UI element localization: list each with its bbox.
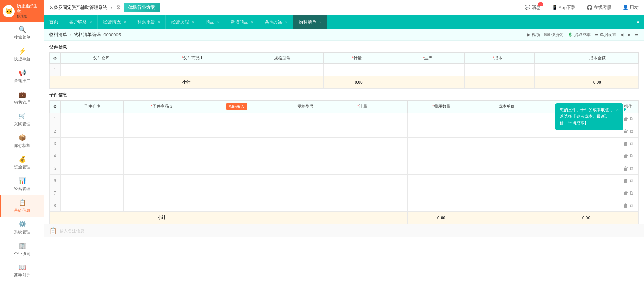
close-icon[interactable]: ×	[192, 20, 194, 24]
tab-bom[interactable]: 物料清单 ×	[293, 15, 327, 29]
copy-icon[interactable]: ⧉	[630, 153, 633, 159]
child-qty-cell[interactable]	[408, 113, 475, 125]
child-cost-price-cell[interactable]	[475, 187, 538, 199]
sidebar-item-finance[interactable]: 💰 资金管理	[0, 152, 44, 174]
tab-history[interactable]: 经营历程 ×	[166, 15, 200, 29]
child-unit-cell[interactable]	[337, 162, 391, 175]
child-cost-price-cell[interactable]	[475, 162, 538, 175]
delete-icon[interactable]: 🗑	[623, 141, 628, 147]
close-icon[interactable]: ×	[251, 20, 253, 24]
close-icon[interactable]: ×	[217, 20, 219, 24]
child-spec-cell[interactable]	[274, 125, 337, 138]
close-icon[interactable]: ×	[158, 20, 160, 24]
child-spec-cell[interactable]	[274, 199, 337, 212]
sidebar-item-purchase[interactable]: 🛒 采购管理	[0, 109, 44, 130]
online-service-item[interactable]: 🎧 在线客服	[587, 4, 611, 11]
tooltip-close-btn[interactable]: ×	[616, 107, 619, 114]
child-goods-cell[interactable]	[124, 175, 199, 187]
child-cost-price-cell[interactable]	[475, 125, 538, 138]
scan-btn[interactable]: 扫码录入	[226, 103, 247, 110]
tab-customer[interactable]: 客户联络 ×	[64, 15, 98, 29]
message-item[interactable]: 💬 消息 6	[525, 4, 541, 11]
child-spec-cell[interactable]	[274, 162, 337, 175]
tab-operations[interactable]: 经营情况 ×	[98, 15, 132, 29]
single-settings-btn[interactable]: ☰ 单据设置	[595, 32, 616, 38]
child-qty-cell[interactable]	[408, 138, 475, 150]
copy-icon[interactable]: ⧉	[630, 202, 633, 208]
sidebar-item-marketing[interactable]: 📢 营销推广	[0, 66, 44, 87]
sidebar-item-search[interactable]: 🔍 搜索菜单	[0, 22, 44, 44]
parent-warehouse-cell[interactable]	[61, 64, 143, 76]
child-spec-cell[interactable]	[274, 138, 337, 150]
parent-spec-cell[interactable]	[241, 64, 323, 76]
child-qty-cell[interactable]	[408, 150, 475, 162]
app-download-item[interactable]: 📱 App下载	[552, 4, 575, 11]
child-warehouse-cell[interactable]	[61, 138, 124, 150]
copy-icon[interactable]: ⧉	[630, 116, 633, 122]
delete-icon[interactable]: 🗑	[623, 166, 628, 171]
tab-barcode[interactable]: 条码方案 ×	[259, 15, 293, 29]
child-goods-cell[interactable]	[124, 199, 199, 212]
child-cost-price-cell[interactable]	[475, 138, 538, 150]
parent-produce-cell[interactable]	[394, 64, 465, 76]
tab-home[interactable]: 首页	[44, 15, 64, 29]
tab-profit[interactable]: 利润报告 ×	[132, 15, 166, 29]
user-item[interactable]: 👤 用友	[623, 4, 639, 11]
child-warehouse-cell[interactable]	[61, 175, 124, 187]
breadcrumb-page[interactable]: 物料清单	[49, 32, 67, 38]
child-col-scan[interactable]: 扫码录入	[199, 101, 274, 113]
copy-icon[interactable]: ⧉	[630, 128, 633, 134]
child-unit-cell[interactable]	[337, 138, 391, 150]
child-unit-cell[interactable]	[337, 175, 391, 187]
sidebar-item-enterprise[interactable]: 🏢 企业协同	[0, 238, 44, 260]
parent-cost-cell[interactable]	[464, 64, 535, 76]
child-unit-cell[interactable]	[337, 113, 391, 125]
breadcrumb-sub-page[interactable]: 物料清单编码	[74, 32, 101, 38]
tab-add-goods[interactable]: 新增商品 ×	[225, 15, 259, 29]
sidebar-item-basicinfo[interactable]: 📋 基础信息	[0, 195, 44, 217]
sidebar-item-operations[interactable]: 📊 经营管理	[0, 174, 44, 195]
child-goods-cell[interactable]	[124, 150, 199, 162]
child-col-settings[interactable]: ⚙	[50, 101, 61, 113]
child-qty-cell[interactable]	[408, 187, 475, 199]
shortcut-btn[interactable]: ⌨ 快捷键	[544, 32, 564, 38]
child-goods-cell[interactable]	[124, 113, 199, 125]
child-cost-price-cell[interactable]	[475, 150, 538, 162]
close-icon[interactable]: ×	[319, 20, 321, 24]
child-warehouse-cell[interactable]	[61, 162, 124, 175]
parent-unit-cell[interactable]	[323, 64, 394, 76]
child-goods-cell[interactable]	[124, 138, 199, 150]
tab-goods[interactable]: 商品 ×	[200, 15, 225, 29]
close-icon[interactable]: ×	[90, 20, 92, 24]
sidebar-item-quicknav[interactable]: ⚡ 快捷导航	[0, 44, 44, 66]
child-goods-cell[interactable]	[124, 162, 199, 175]
child-warehouse-cell[interactable]	[61, 125, 124, 138]
delete-icon[interactable]: 🗑	[623, 116, 628, 122]
grid-view-btn[interactable]: ☰	[635, 32, 639, 37]
extract-cost-btn[interactable]: 💲 提取成本	[568, 32, 591, 38]
delete-icon[interactable]: 🗑	[623, 153, 628, 159]
prev-btn[interactable]: ◀	[620, 32, 623, 37]
parent-col-settings[interactable]: ⚙	[50, 53, 61, 64]
child-spec-cell[interactable]	[274, 113, 337, 125]
child-spec-cell[interactable]	[274, 150, 337, 162]
copy-icon[interactable]: ⧉	[630, 190, 633, 196]
child-qty-cell[interactable]	[408, 162, 475, 175]
close-all-icon[interactable]: ✕	[632, 20, 644, 25]
child-unit-cell[interactable]	[337, 125, 391, 138]
trial-button[interactable]: 体验行业方案	[124, 3, 160, 12]
next-btn[interactable]: ▶	[628, 32, 631, 37]
child-warehouse-cell[interactable]	[61, 150, 124, 162]
delete-icon[interactable]: 🗑	[623, 190, 628, 196]
child-qty-cell[interactable]	[408, 199, 475, 212]
child-unit-cell[interactable]	[337, 150, 391, 162]
copy-icon[interactable]: ⧉	[630, 178, 633, 184]
sidebar-item-system[interactable]: ⚙️ 系统管理	[0, 217, 44, 238]
child-warehouse-cell[interactable]	[61, 113, 124, 125]
system-dropdown-icon[interactable]: ▼	[110, 5, 113, 9]
sidebar-item-sales[interactable]: 💼 销售管理	[0, 87, 44, 109]
child-unit-cell[interactable]	[337, 187, 391, 199]
child-cost-price-cell[interactable]	[475, 113, 538, 125]
child-unit-cell[interactable]	[337, 199, 391, 212]
parent-goods-cell[interactable]	[143, 64, 241, 76]
